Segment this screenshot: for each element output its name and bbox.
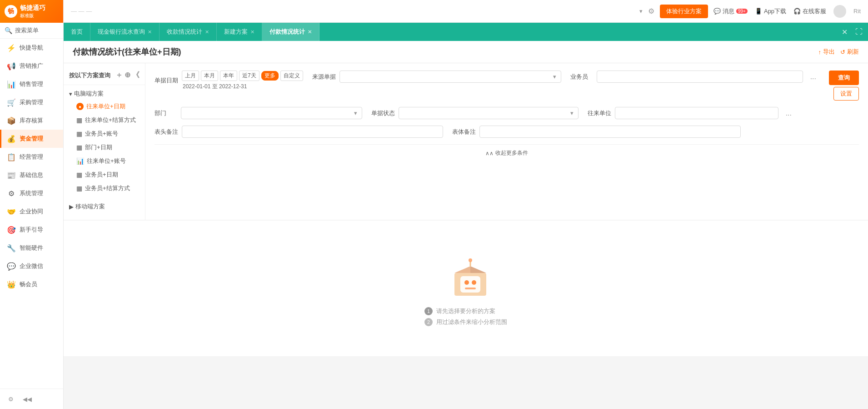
app-download-btn[interactable]: 📱 App下载 <box>755 7 786 15</box>
date-7days-btn[interactable]: 近7天 <box>239 71 259 81</box>
tab-expand-btn[interactable]: ⛶ <box>853 26 864 37</box>
dept-select[interactable]: ▾ <box>181 107 362 119</box>
scheme-item-label: 往来单位+日期 <box>86 102 125 111</box>
refresh-icon: ↺ <box>840 49 845 56</box>
query-btn[interactable]: 查询 <box>829 71 859 85</box>
demo-btn[interactable]: 体验行业方案 <box>660 5 708 18</box>
topbar-gear-icon[interactable]: ⚙ <box>648 7 654 15</box>
sidebar-item-wechat[interactable]: 💬 企业微信 <box>0 257 63 275</box>
body-note-label: 表体备注 <box>452 128 476 136</box>
sidebar-item-quick-nav[interactable]: ⚡ 快捷导航 <box>0 39 63 57</box>
sidebar-item-purchase[interactable]: 🛒 采购管理 <box>0 93 63 111</box>
mobile-section-toggle[interactable]: ▶ 移动端方案 <box>64 201 145 212</box>
staff-label: 业务员 <box>570 73 593 81</box>
scheme-sidebar: 按以下方案查询 ＋ ⊕ 《 ▾ 电脑端方案 ● 往来单位+日期 <box>64 63 145 220</box>
date-custom-btn[interactable]: 自定义 <box>280 71 303 81</box>
tab-new-scheme-close[interactable]: ✕ <box>250 29 254 35</box>
tab-receipt-stats[interactable]: 收款情况统计 ✕ <box>160 23 217 41</box>
tab-bank-flow[interactable]: 现金银行流水查询 ✕ <box>90 23 160 41</box>
dept-label: 部门 <box>155 109 177 117</box>
scheme-settings-icon[interactable]: ⊕ <box>125 71 130 80</box>
scheme-item-partner-account[interactable]: 📊 往来单位+账号 <box>64 154 145 168</box>
collapse-scheme-icon[interactable]: 《 <box>132 71 140 80</box>
online-support-label: 在线客服 <box>803 7 826 15</box>
scheme-sidebar-header: 按以下方案查询 ＋ ⊕ 《 <box>64 68 145 85</box>
search-menu-label: 搜索菜单 <box>15 26 39 35</box>
scheme-item-partner-date[interactable]: ● 往来单位+日期 <box>64 100 145 113</box>
sidebar-item-sales[interactable]: 📊 销售管理 <box>0 75 63 93</box>
messages-btn[interactable]: 💬 消息 99+ <box>713 7 748 15</box>
partner-input[interactable] <box>615 107 778 119</box>
hint-text-2: 用过滤条件来缩小分析范围 <box>436 318 507 326</box>
scheme-icon: ▦ <box>76 130 82 137</box>
scheme-item-staff-settle[interactable]: ▦ 业务员+结算方式 <box>64 182 145 195</box>
sidebar: 畅 畅捷通巧 标准版 🔍 搜索菜单 ⚡ 快捷导航 📢 营销推广 📊 销售管理 🛒… <box>0 0 64 409</box>
date-group: 上月 本月 本年 近7天 更多 自定义 2022-01-01 至 2022-12… <box>182 71 303 91</box>
sidebar-item-capital[interactable]: 💰 资金管理 <box>0 130 63 148</box>
sidebar-item-label: 企业微信 <box>20 262 43 270</box>
sales-icon: 📊 <box>7 80 16 89</box>
sidebar-item-operation[interactable]: 📋 经营管理 <box>0 148 63 166</box>
export-btn[interactable]: ↑ 导出 <box>818 48 835 56</box>
partner-dots-btn[interactable]: ... <box>782 107 795 119</box>
date-last-month-btn[interactable]: 上月 <box>182 71 199 81</box>
sidebar-item-system[interactable]: ⚙ 系统管理 <box>0 184 63 202</box>
tab-bank-flow-close[interactable]: ✕ <box>148 29 152 35</box>
sidebar-item-enterprise[interactable]: 🤝 企业协同 <box>0 202 63 221</box>
date-this-month-btn[interactable]: 本月 <box>201 71 218 81</box>
dept-chevron-icon: ▾ <box>354 110 357 116</box>
sidebar-item-hardware[interactable]: 🔧 智能硬件 <box>0 239 63 257</box>
add-scheme-icon[interactable]: ＋ <box>115 71 123 80</box>
collapse-sidebar-btn[interactable]: ◀◀ <box>21 393 34 405</box>
sidebar-bottom: ⚙ ◀◀ <box>0 389 63 409</box>
scheme-item-partner-settle[interactable]: ▦ 往来单位+结算方式 <box>64 113 145 127</box>
sidebar-item-label: 系统管理 <box>20 189 43 197</box>
source-select[interactable]: ▾ <box>339 71 562 83</box>
scheme-item-label: 部门+日期 <box>85 143 112 151</box>
settings-bottom-btn[interactable]: ⚙ <box>5 393 17 405</box>
sidebar-item-marketing[interactable]: 📢 营销推广 <box>0 57 63 75</box>
tab-close-all-btn[interactable]: ✕ <box>839 26 850 37</box>
tab-payment-stats[interactable]: 付款情况统计 ✕ <box>262 23 319 41</box>
pc-section-label: 电脑端方案 <box>74 90 104 98</box>
scheme-item-staff-account[interactable]: ▦ 业务员+账号 <box>64 127 145 141</box>
scheme-item-staff-date[interactable]: ▦ 业务员+日期 <box>64 168 145 182</box>
header-note-field: 表头备注 <box>155 126 443 138</box>
body-note-input[interactable] <box>479 126 741 138</box>
tab-home[interactable]: 首页 <box>64 23 90 41</box>
online-support-btn[interactable]: 🎧 在线客服 <box>793 7 826 15</box>
sidebar-item-member[interactable]: 👑 畅会员 <box>0 275 63 293</box>
settings-form-btn[interactable]: 设置 <box>833 87 859 101</box>
sidebar-header: 畅 畅捷通巧 标准版 <box>0 0 63 23</box>
header-note-input[interactable] <box>182 126 443 138</box>
doc-status-select[interactable]: ▾ <box>399 107 579 119</box>
search-menu[interactable]: 🔍 搜索菜单 <box>0 23 63 39</box>
app-download-label: App下载 <box>764 7 786 15</box>
refresh-btn[interactable]: ↺ 刷新 <box>840 48 859 56</box>
capital-icon: 💰 <box>7 134 16 143</box>
sidebar-item-inventory[interactable]: 📦 库存核算 <box>0 111 63 130</box>
tab-payment-stats-close[interactable]: ✕ <box>308 29 312 35</box>
empty-state: 1 请先选择要分析的方案 2 用过滤条件来缩小分析范围 <box>64 221 868 356</box>
pc-section-toggle[interactable]: ▾ 电脑端方案 <box>64 88 145 100</box>
staff-input[interactable] <box>597 71 803 83</box>
user-avatar[interactable] <box>833 5 846 18</box>
tab-new-scheme[interactable]: 新建方案 ✕ <box>217 23 262 41</box>
collapse-more-btn[interactable]: ∧∧ 收起更多条件 <box>155 144 859 162</box>
scheme-item-dept-date[interactable]: ▦ 部门+日期 <box>64 141 145 154</box>
tab-receipt-stats-close[interactable]: ✕ <box>205 29 209 35</box>
export-icon: ↑ <box>818 49 822 56</box>
sidebar-item-newbie[interactable]: 🎯 新手引导 <box>0 221 63 239</box>
scheme-icon: ▦ <box>76 144 82 151</box>
date-more-btn[interactable]: 更多 <box>261 71 279 81</box>
topbar-chevron-icon[interactable]: ▾ <box>639 8 643 15</box>
tab-home-label: 首页 <box>71 28 83 36</box>
sidebar-item-label: 企业协同 <box>20 207 43 216</box>
date-this-year-btn[interactable]: 本年 <box>220 71 237 81</box>
newbie-icon: 🎯 <box>7 225 16 234</box>
date-range-text: 2022-01-01 至 2022-12-31 <box>182 83 303 91</box>
app-version: 标准版 <box>20 13 45 19</box>
sidebar-item-basic-info[interactable]: 📰 基础信息 <box>0 166 63 184</box>
staff-dots-btn[interactable]: ... <box>807 71 820 83</box>
sidebar-item-label: 营销推广 <box>20 62 43 70</box>
